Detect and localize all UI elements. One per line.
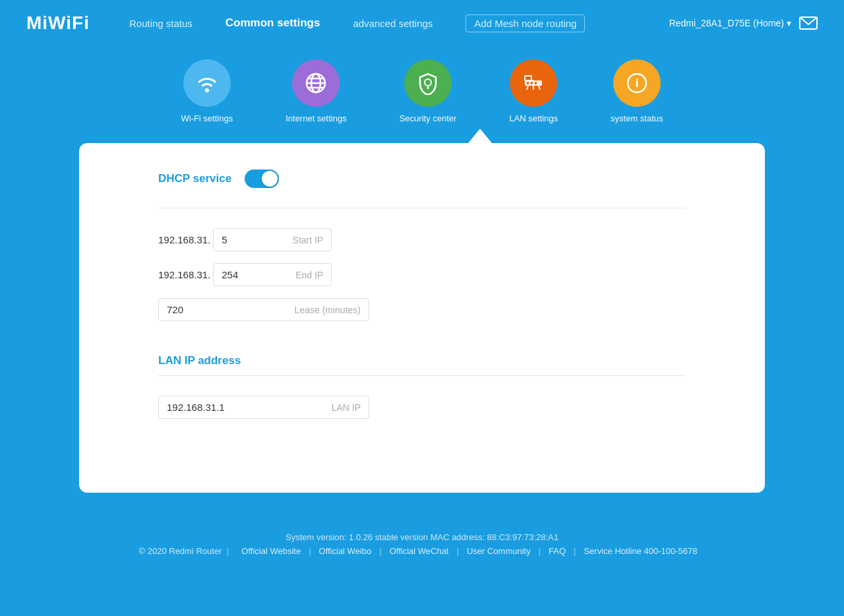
device-name[interactable]: Redmi_28A1_D75E (Home) ▾ xyxy=(669,18,791,28)
lan-settings-circle xyxy=(510,59,557,107)
wifi-settings-label: Wi-Fi settings xyxy=(181,113,233,123)
footer-link-user-community[interactable]: User Community xyxy=(459,546,539,556)
nav-mesh-routing[interactable]: Add Mesh node routing xyxy=(466,15,585,32)
end-ip-prefix: 192.168.31. xyxy=(158,269,210,280)
end-ip-row: 192.168.31. End IP xyxy=(158,263,686,286)
lan-ip-input[interactable] xyxy=(167,402,272,413)
system-info: System version: 1.0.26 stable version MA… xyxy=(0,532,844,542)
arrow-container xyxy=(0,129,844,143)
dhcp-service-toggle[interactable] xyxy=(245,169,279,188)
mail-icon[interactable] xyxy=(799,16,818,30)
lan-ip-divider xyxy=(158,375,686,376)
lan-ip-placeholder: LAN IP xyxy=(332,402,361,413)
header: MiWiFi Routing status Common settings ad… xyxy=(0,0,844,46)
blue-section: Wi-Fi settings Internet settings xyxy=(0,46,844,519)
start-ip-row: 192.168.31. Start IP xyxy=(158,228,686,251)
security-center-label: Security center xyxy=(400,113,457,123)
lease-placeholder: Lease (minutes) xyxy=(295,305,361,315)
wifi-icon xyxy=(195,71,219,95)
sidebar-item-system-status[interactable]: i system status xyxy=(611,59,663,123)
lan-ip-input-wrapper: LAN IP xyxy=(158,396,369,419)
header-right: Redmi_28A1_D75E (Home) ▾ xyxy=(669,16,818,30)
svg-line-14 xyxy=(539,86,540,90)
shield-icon xyxy=(416,71,440,95)
nav-advanced-settings[interactable]: advanced settings xyxy=(353,18,433,29)
start-ip-placeholder: Start IP xyxy=(293,235,324,245)
end-ip-placeholder: End IP xyxy=(295,270,323,280)
sidebar-item-security-center[interactable]: Security center xyxy=(400,59,457,123)
footer-copyright: © 2020 Redmi Router xyxy=(139,546,222,556)
wifi-settings-circle xyxy=(183,59,231,107)
dhcp-divider xyxy=(158,208,686,208)
footer-link-official-weibo[interactable]: Official Weibo xyxy=(311,546,380,556)
sidebar-item-wifi-settings[interactable]: Wi-Fi settings xyxy=(181,59,233,123)
arrow-row xyxy=(0,125,844,143)
start-ip-input-wrapper: Start IP xyxy=(213,228,332,251)
lan-ip-input-row: LAN IP xyxy=(158,396,686,419)
end-ip-input[interactable] xyxy=(222,269,261,280)
svg-point-6 xyxy=(425,79,431,86)
sidebar-item-lan-settings[interactable]: LAN settings xyxy=(509,59,558,123)
svg-rect-11 xyxy=(535,82,537,84)
logo: MiWiFi xyxy=(26,13,90,34)
content-outer: DHCP service 192.168.31. Start IP 192.16… xyxy=(0,143,844,519)
lan-ip-section: LAN IP address LAN IP xyxy=(158,354,686,419)
nav-routing-status[interactable]: Routing status xyxy=(129,18,193,29)
system-status-circle: i xyxy=(613,59,661,107)
nav-links: Routing status Common settings advanced … xyxy=(129,15,669,32)
svg-line-12 xyxy=(527,86,528,90)
sidebar-item-internet-settings[interactable]: Internet settings xyxy=(286,59,347,123)
end-ip-input-wrapper: End IP xyxy=(213,263,332,286)
footer-link-official-wechat[interactable]: Official WeChat xyxy=(382,546,457,556)
svg-text:i: i xyxy=(635,77,638,90)
icons-row: Wi-Fi settings Internet settings xyxy=(0,46,844,123)
lan-icon xyxy=(522,71,545,95)
footer: System version: 1.0.26 stable version MA… xyxy=(0,519,844,567)
nav-common-settings[interactable]: Common settings xyxy=(226,16,320,30)
globe-icon xyxy=(304,71,328,95)
svg-rect-15 xyxy=(525,76,531,80)
system-status-label: system status xyxy=(611,113,663,123)
svg-rect-10 xyxy=(531,82,533,84)
main-content: DHCP service 192.168.31. Start IP 192.16… xyxy=(79,143,765,493)
device-name-label: Redmi_28A1_D75E (Home) xyxy=(669,18,784,28)
footer-link-hotline[interactable]: Service Hotline 400-100-5678 xyxy=(576,546,705,556)
footer-link-official-website[interactable]: Official Website xyxy=(233,546,309,556)
internet-settings-circle xyxy=(292,59,340,107)
footer-link-faq[interactable]: FAQ xyxy=(541,546,574,556)
toggle-knob xyxy=(262,171,278,187)
dhcp-service-row: DHCP service xyxy=(158,169,686,188)
svg-rect-9 xyxy=(527,82,529,84)
selected-arrow xyxy=(468,129,492,143)
internet-settings-label: Internet settings xyxy=(286,113,347,123)
dropdown-icon: ▾ xyxy=(787,18,791,28)
start-ip-input[interactable] xyxy=(222,234,261,245)
lan-settings-label: LAN settings xyxy=(509,113,558,123)
info-icon: i xyxy=(625,71,649,95)
footer-links: © 2020 Redmi Router | Official Website |… xyxy=(0,546,844,556)
dhcp-service-label: DHCP service xyxy=(158,172,231,185)
lease-input[interactable] xyxy=(167,304,246,315)
security-center-circle xyxy=(404,59,452,107)
lan-ip-title: LAN IP address xyxy=(158,354,686,367)
start-ip-prefix: 192.168.31. xyxy=(158,234,210,245)
lease-row: Lease (minutes) xyxy=(158,298,686,321)
lease-input-wrapper: Lease (minutes) xyxy=(158,298,369,321)
